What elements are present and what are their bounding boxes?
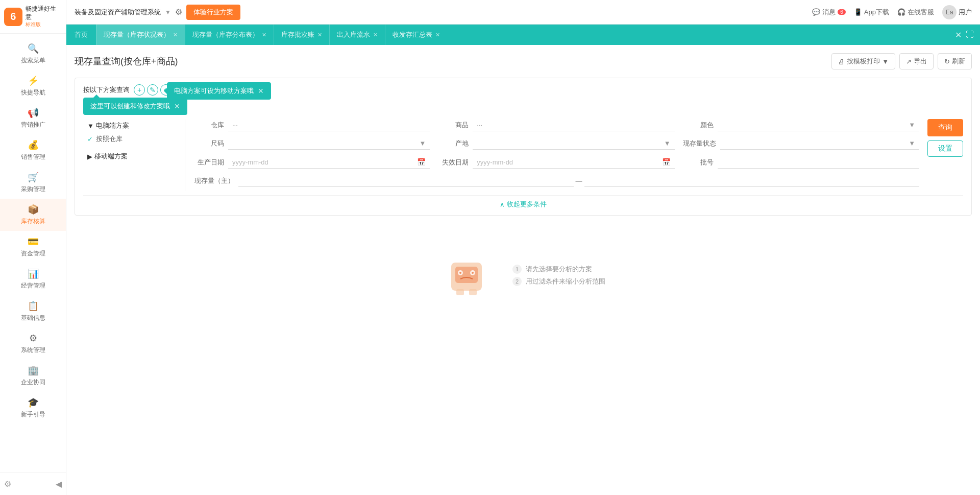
color-label: 颜色 <box>683 121 714 130</box>
production-date-placeholder: yyyy-mm-dd <box>232 158 268 166</box>
app-download-btn[interactable]: 📱 App下载 <box>854 8 889 17</box>
tab-close-all-btn[interactable]: ✕ <box>955 30 962 40</box>
newbie-icon: 🎓 <box>28 397 39 408</box>
tab-in-out-flow-close[interactable]: ✕ <box>373 32 378 38</box>
inventory-status-select[interactable]: ▼ <box>720 137 919 150</box>
range-to-input[interactable] <box>584 175 920 187</box>
scheme-item-warehouse[interactable]: ✓ 按照仓库 <box>83 132 179 146</box>
sidebar-item-marketing[interactable]: 📢 营销推广 <box>0 102 66 134</box>
expiry-date-input[interactable]: yyyy-mm-dd 📅 <box>473 156 674 169</box>
tab-actions: ✕ ⛶ <box>949 25 980 45</box>
content-area: 现存量查询(按仓库+商品) 🖨 按模板打印 ▼ ↗ 导出 ↻ 刷新 <box>66 45 980 495</box>
inventory-qty-label: 现存量（主） <box>193 176 234 185</box>
sidebar-item-sales-label: 销售管理 <box>21 153 45 161</box>
sidebar: 6 畅捷通好生意 标准版 🔍 搜索菜单 ⚡ 快捷导航 📢 营销推广 💰 销售管理… <box>0 0 66 495</box>
refresh-label: 刷新 <box>952 57 965 66</box>
page-title-bar: 现存量查询(按仓库+商品) 🖨 按模板打印 ▼ ↗ 导出 ↻ 刷新 <box>75 53 972 69</box>
chevron-up-icon: ∧ <box>500 201 505 208</box>
online-support-btn[interactable]: 🎧 在线客服 <box>897 8 934 17</box>
tooltip1-close-btn[interactable]: ✕ <box>258 87 264 95</box>
field-production-date: 生产日期 yyyy-mm-dd 📅 <box>193 156 430 169</box>
tab-inventory-dist-close[interactable]: ✕ <box>262 32 266 38</box>
svg-rect-6 <box>456 289 464 295</box>
tab-home-label: 首页 <box>75 30 88 39</box>
sidebar-item-enterprise-label: 企业协同 <box>21 378 45 387</box>
filter-row-4: 现存量（主） — <box>193 175 919 187</box>
sidebar-item-operations[interactable]: 📊 经营管理 <box>0 263 66 295</box>
message-badge: 6 <box>838 9 846 15</box>
sidebar-item-finance-label: 资金管理 <box>21 249 45 258</box>
sidebar-item-newbie[interactable]: 🎓 新手引导 <box>0 392 66 424</box>
sidebar-item-search-label: 搜索菜单 <box>21 56 45 65</box>
filter-row-2: 尺码 ▼ 产地 ▼ <box>193 137 919 150</box>
system-dropdown-btn[interactable]: ▼ <box>165 9 171 16</box>
mobile-scheme-label: 移动端方案 <box>94 152 128 161</box>
tab-inventory-dist[interactable]: 现存量（库存分布表） ✕ <box>185 25 274 45</box>
tab-home[interactable]: 首页 <box>66 25 96 45</box>
warehouse-select[interactable]: ··· <box>228 119 430 131</box>
settings-btn[interactable]: 设置 <box>927 140 963 157</box>
export-btn[interactable]: ↗ 导出 <box>899 53 934 69</box>
message-btn[interactable]: 💬 消息 6 <box>812 8 846 17</box>
user-label: 用户 <box>959 8 972 17</box>
refresh-btn[interactable]: ↻ 刷新 <box>938 53 972 69</box>
tab-in-out-flow[interactable]: 出入库流水 ✕ <box>329 25 385 45</box>
tab-fullscreen-btn[interactable]: ⛶ <box>966 30 974 39</box>
collapse-bar[interactable]: ∧ 收起更多条件 <box>83 195 963 213</box>
sidebar-item-system-label: 系统管理 <box>21 346 45 355</box>
size-chevron: ▼ <box>419 139 426 147</box>
inventory-qty-range: — <box>238 175 919 187</box>
production-date-input[interactable]: yyyy-mm-dd 📅 <box>228 156 430 169</box>
print-label: 按模板打印 <box>847 57 880 66</box>
sidebar-item-basicinfo[interactable]: 📋 基础信息 <box>0 295 66 327</box>
batch-no-input[interactable] <box>718 156 919 169</box>
range-from-input[interactable] <box>238 175 574 187</box>
tab-inventory-status[interactable]: 现存量（库存状况表） ✕ <box>96 25 185 45</box>
tab-batch-ledger-close[interactable]: ✕ <box>317 32 322 38</box>
settings-gear-btn[interactable]: ⚙ <box>175 7 182 17</box>
headset-icon: 🎧 <box>897 8 905 16</box>
tooltip-create-scheme: 这里可以创建和修改方案哦 ✕ <box>83 98 187 115</box>
sidebar-item-quicknav[interactable]: ⚡ 快捷导航 <box>0 70 66 102</box>
scheme-item-label: 按照仓库 <box>96 134 122 144</box>
purchase-icon: 🛒 <box>28 172 39 183</box>
logo-area: 6 畅捷通好生意 标准版 <box>0 0 66 34</box>
color-select[interactable]: ▼ <box>718 119 919 131</box>
tooltip2-close-btn[interactable]: ✕ <box>174 102 180 110</box>
field-batch-no: 批号 <box>683 156 919 169</box>
add-scheme-btn[interactable]: + <box>134 84 145 96</box>
industry-btn[interactable]: 体验行业方案 <box>186 5 240 20</box>
empty-step-2: 2 用过滤条件来缩小分析范围 <box>512 277 605 286</box>
marketing-icon: 📢 <box>28 107 39 119</box>
print-btn[interactable]: 🖨 按模板打印 ▼ <box>831 53 895 69</box>
origin-select[interactable]: ▼ <box>473 137 674 150</box>
tab-receive-send[interactable]: 收发存汇总表 ✕ <box>385 25 447 45</box>
settings-bottom-btn[interactable]: ⚙ <box>4 479 11 489</box>
tab-inventory-status-close[interactable]: ✕ <box>173 32 178 38</box>
sidebar-item-enterprise[interactable]: 🏢 企业协同 <box>0 360 66 392</box>
size-select[interactable]: ▼ <box>228 137 430 150</box>
edit-scheme-btn[interactable]: ✎ <box>147 84 158 96</box>
desktop-scheme-arrow: ▼ <box>87 122 94 130</box>
query-btn[interactable]: 查询 <box>927 119 963 136</box>
user-area[interactable]: Ea 用户 <box>942 5 972 19</box>
tab-receive-send-close[interactable]: ✕ <box>435 32 440 38</box>
origin-label: 产地 <box>438 139 469 148</box>
system-icon: ⚙ <box>29 333 37 344</box>
sidebar-item-search[interactable]: 🔍 搜索菜单 <box>0 38 66 70</box>
sidebar-item-finance[interactable]: 💳 资金管理 <box>0 231 66 263</box>
inventory-status-chevron: ▼ <box>909 139 915 147</box>
sidebar-item-sales[interactable]: 💰 销售管理 <box>0 134 66 167</box>
filter-label: 按以下方案查询 <box>83 85 130 95</box>
search-nav-icon: 🔍 <box>28 43 39 54</box>
sidebar-item-inventory[interactable]: 📦 库存核算 <box>0 199 66 231</box>
sidebar-item-system[interactable]: ⚙ 系统管理 <box>0 327 66 360</box>
filter-header: 按以下方案查询 + ✎ « 电脑方案可设为移动方案哦 ✕ <box>83 84 963 96</box>
robot-svg <box>441 252 492 298</box>
collapse-sidebar-btn[interactable]: ◀ <box>56 479 62 489</box>
goods-select[interactable]: ··· <box>473 119 674 131</box>
field-origin: 产地 ▼ <box>438 137 674 150</box>
sidebar-item-purchase[interactable]: 🛒 采购管理 <box>0 167 66 199</box>
tab-batch-ledger[interactable]: 库存批次账 ✕ <box>274 25 329 45</box>
page-title: 现存量查询(按仓库+商品) <box>75 55 178 67</box>
